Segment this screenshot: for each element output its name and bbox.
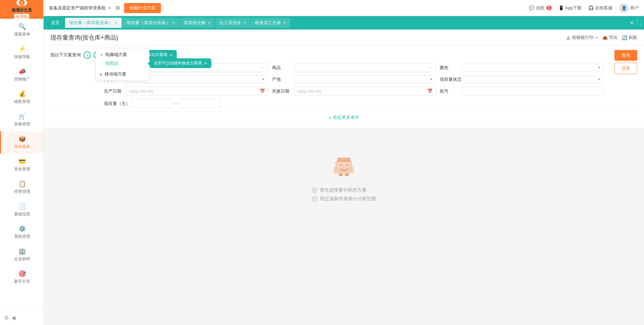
expiry-date-field: 失效日期 yyyy-mm-dd 📅 [272, 87, 436, 96]
goods-input[interactable]: ··· [294, 63, 436, 72]
size-chevron-icon: ▼ [262, 77, 265, 81]
color-field: 颜色 ▼ [440, 63, 604, 72]
color-label: 颜色 [440, 65, 460, 71]
svg-rect-11 [345, 173, 349, 176]
message-btn[interactable]: 💬 消息 6 [529, 5, 552, 11]
sidebar-item-basic[interactable]: 📄 基础信息 [0, 199, 43, 221]
export-icon: 📤 [602, 35, 608, 40]
enterprise-icon: 🏢 [18, 248, 26, 255]
query-buttons: 查询 设置 [614, 50, 637, 74]
batch-field: 批号 [440, 87, 604, 96]
svg-rect-10 [339, 173, 343, 176]
origin-select[interactable]: ▼ [294, 75, 436, 83]
tip-num-2: 2 [312, 196, 318, 202]
experience-btn[interactable]: 体验行业方案 [124, 3, 161, 13]
sidebar-item-guide[interactable]: 🎯 新手引导 [0, 266, 43, 288]
production-date-input[interactable]: yyyy-mm-dd 📅 [126, 87, 268, 96]
tab-flow[interactable]: 出入库流水 ✕ [215, 18, 250, 28]
sidebar-item-system[interactable]: ⚙️ 系统管理 [0, 221, 43, 243]
stock-to-input[interactable] [181, 99, 221, 108]
refresh-btn[interactable]: 🔄 刷新 [622, 35, 637, 41]
tree-desktop-item-1[interactable]: 按照品 [96, 59, 149, 68]
origin-field: 产地 ▼ [272, 75, 436, 83]
tip-1-text: 请先选择要分析的方案 [320, 187, 367, 193]
sidebar-item-finance[interactable]: 💳 资金管理 [0, 154, 43, 176]
color-select[interactable]: ▼ [462, 64, 604, 71]
refresh-icon: 🔄 [622, 35, 627, 40]
filter-row-3: 生产日期 yyyy-mm-dd 📅 失效日期 yyyy-mm-dd 📅 [104, 87, 604, 96]
tab-inventory-status[interactable]: 现存量（库存状况表） ✕ [65, 18, 122, 28]
scheme-tree: ▼ 电脑端方案 按照品 ▶ 移动端方案 这里可以创建和修改方案哦 ✕ [96, 48, 149, 81]
batch-input[interactable] [462, 87, 604, 96]
tab-close-icon[interactable]: ✕ [208, 21, 211, 25]
add-scheme-btn[interactable]: + [84, 51, 91, 59]
inventory-icon: 📦 [18, 135, 26, 143]
tooltip2-text: 这里可以创建和修改方案哦 [154, 60, 202, 66]
sidebar-item-enterprise[interactable]: 🏢 企业协同 [0, 243, 43, 266]
svg-rect-9 [351, 167, 354, 173]
empty-illustration [327, 148, 361, 182]
tooltip-create-scheme: 这里可以创建和修改方案哦 ✕ [150, 58, 211, 68]
message-label: 消息 [536, 5, 544, 11]
online-support-btn[interactable]: 🎧 在线客服 [588, 5, 612, 11]
tab-close-icon[interactable]: ✕ [115, 21, 118, 25]
sidebar-item-label: 快捷导航 [14, 54, 30, 60]
expiry-date-input[interactable]: yyyy-mm-dd 📅 [294, 87, 436, 96]
basic-icon: 📄 [18, 203, 26, 210]
tree-mobile-schemes[interactable]: ▶ 移动端方案 [96, 70, 149, 78]
collapse-sidebar-icon[interactable]: ◀ [11, 315, 15, 321]
svg-text:6: 6 [21, 1, 23, 5]
sidebar-item-marketing[interactable]: 📣 营销推广 [0, 64, 43, 86]
tab-close-icon[interactable]: ✕ [283, 21, 286, 25]
sales-icon: 💰 [18, 90, 26, 98]
stock-from-input[interactable] [132, 99, 172, 108]
tab-close-icon[interactable]: ✕ [172, 21, 175, 25]
tooltip-close-icon[interactable]: ✕ [169, 53, 173, 57]
tab-summary[interactable]: 收发存汇总表 ✕ [251, 18, 290, 28]
tooltip2-close-icon[interactable]: ✕ [204, 61, 207, 66]
tab-fullscreen-icon[interactable]: ⛶ [637, 20, 641, 25]
export-btn[interactable]: 📤 导出 [602, 35, 618, 41]
svg-rect-2 [335, 160, 352, 173]
tab-close-all-icon[interactable]: ✕ [630, 20, 634, 25]
sidebar-item-sales[interactable]: 💰 销售管理 [0, 86, 43, 109]
topbar-settings-icon[interactable]: ⚙ [115, 5, 120, 11]
collapse-btn[interactable]: ∧ 收起更多条件 [50, 111, 637, 123]
tip-1: 1 请先选择要分析的方案 [312, 187, 376, 193]
query-btn[interactable]: 查询 [614, 50, 637, 61]
tab-home[interactable]: 首页 [46, 18, 64, 28]
app-download-btn[interactable]: 📱 App下载 [558, 5, 582, 11]
print-chevron-icon: ▼ [595, 36, 598, 40]
system-chevron-icon: ▼ [108, 6, 111, 10]
tree-desktop-schemes[interactable]: ▼ 电脑端方案 [96, 50, 149, 59]
reset-btn[interactable]: 设置 [614, 63, 637, 74]
topbar-right: 💬 消息 6 📱 App下载 🎧 在线客服 👤 用户 [529, 3, 639, 13]
guide-icon: 🎯 [18, 270, 26, 277]
settings-icon[interactable]: ⚙ [4, 315, 9, 321]
sidebar-item-purchase[interactable]: 🛒 采购管理 [0, 109, 43, 131]
sidebar-item-operations[interactable]: 📋 经营管理 [0, 176, 43, 199]
sidebar-item-inventory[interactable]: 📦 库存核算 [0, 131, 43, 154]
filter-label: 按以下方案查询 [50, 52, 81, 58]
stock-status-select[interactable]: ▼ [464, 75, 604, 83]
sidebar-item-label: 销售管理 [14, 99, 30, 105]
finance-icon: 💳 [18, 158, 26, 165]
tree-child-label: 按照品 [105, 60, 118, 66]
sidebar-item-search-menu[interactable]: 🔍 搜索菜单 [0, 19, 43, 41]
filter-area: 按以下方案查询 + ↺ ← 电脑方案可设为移动方案哦 ✕ ▼ [44, 45, 644, 128]
filter-row-4: 现存量（主） — [104, 99, 604, 108]
user-profile-btn[interactable]: 👤 用户 [619, 3, 639, 13]
page-title: 现存量查询(按仓库+商品) [50, 34, 118, 42]
tab-inventory-distribution[interactable]: 现存量（库存分布表） ✕ [122, 18, 179, 28]
tab-close-icon[interactable]: ✕ [243, 21, 246, 25]
page-header: 现存量查询(按仓库+商品) 🖨 按模板打印 ▼ 📤 导出 🔄 刷新 [44, 30, 644, 45]
system-selector[interactable]: 装备及固定资产辅助管理系统 ▼ [49, 5, 111, 11]
quick-nav-icon: ⚡ [18, 45, 26, 53]
tab-batch-account[interactable]: 库存批次账 ✕ [180, 18, 215, 28]
stock-main-label: 现存量（主） [104, 101, 130, 107]
sidebar-item-label: 营销推广 [14, 76, 30, 82]
sidebar-item-quick-nav[interactable]: ⚡ 快捷导航 [0, 41, 43, 64]
message-badge: 6 [546, 6, 552, 10]
print-btn[interactable]: 🖨 按模板打印 ▼ [566, 35, 598, 41]
sidebar-item-label: 新手引导 [14, 279, 30, 284]
